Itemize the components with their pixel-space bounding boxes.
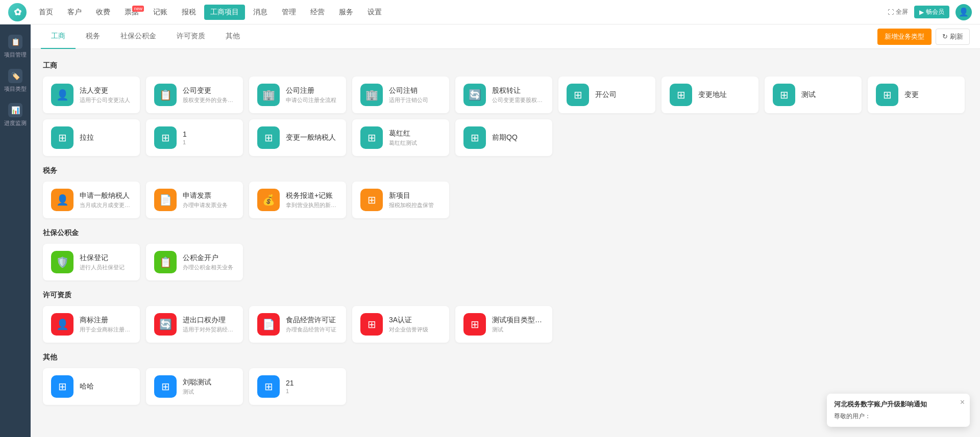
card-申请发票[interactable]: 📄 申请发票 办理申请发票业务	[146, 182, 243, 218]
nav-item-settings[interactable]: 设置	[361, 5, 388, 20]
nav-item-service[interactable]: 服务	[333, 5, 359, 20]
refresh-button[interactable]: ↻ 刷新	[936, 29, 970, 45]
card-3A认证[interactable]: ⊞ 3A认证 对企业信誉评级	[352, 306, 449, 343]
tabs-bar: 工商税务社保公积金许可资质其他 新增业务类型 ↻ 刷新	[31, 24, 980, 49]
sidebar-label: 项目管理	[4, 51, 27, 59]
nav-item-bookkeeping[interactable]: 记账	[147, 5, 174, 20]
card-desc: 1	[286, 388, 338, 394]
cards-grid-税务: 👤 申请一般纳税人 当月或次月成变更完成 📄 申请发票 办理申请发票业务 💰 税…	[43, 182, 968, 218]
nav-item-operation[interactable]: 经营	[304, 5, 331, 20]
card-info: 拉拉	[80, 133, 132, 142]
notification-popup: × 河北税务数字账户升级影响通知 尊敬的用户：	[827, 394, 970, 427]
card-股权转让[interactable]: 🔄 股权转让 公司变更需要股权转让	[455, 76, 552, 113]
fullscreen-button[interactable]: ⛶ 全屏	[888, 8, 908, 16]
tab-other[interactable]: 其他	[215, 24, 250, 49]
card-icon: 🔄	[463, 84, 486, 106]
nav-item-home[interactable]: 首页	[33, 5, 59, 20]
card-info: 变更一般纳税人	[286, 133, 338, 142]
nav-item-manage[interactable]: 管理	[276, 5, 302, 20]
card-icon: ⊞	[463, 126, 486, 149]
card-info: 哈哈	[80, 382, 132, 391]
cards-grid-工商: 👤 法人变更 适用于公司变更法人 📋 公司变更 股权变更外的业务变更 🏢 公司注…	[43, 76, 968, 156]
tab-xuke[interactable]: 许可资质	[166, 24, 215, 49]
section-title-其他: 其他	[43, 353, 968, 362]
card-测试项目类型自定义[interactable]: ⊞ 测试项目类型自定义 测试	[455, 306, 552, 343]
card-变更地址[interactable]: ⊞ 变更地址	[662, 76, 758, 113]
card-info: 前期QQ	[492, 133, 544, 142]
card-变更一般纳税人[interactable]: ⊞ 变更一般纳税人	[249, 119, 346, 156]
tabs-actions: 新增业务类型 ↻ 刷新	[877, 29, 970, 45]
card-公积金开户[interactable]: 📋 公积金开户 办理公积金相关业务	[146, 244, 243, 280]
card-desc: 适用于公司变更法人	[80, 96, 132, 104]
new-type-button[interactable]: 新增业务类型	[877, 29, 932, 45]
card-title: 食品经营许可证	[286, 316, 338, 325]
card-desc: 对企业信誉评级	[389, 326, 441, 333]
card-title: 公积金开户	[183, 253, 235, 263]
card-商标注册[interactable]: 👤 商标注册 用于企业商标注册服务	[43, 306, 140, 343]
nav-item-customer[interactable]: 客户	[61, 5, 88, 20]
sidebar-item-项目管理[interactable]: 📋 项目管理	[0, 30, 31, 64]
card-icon: ⊞	[154, 126, 177, 149]
nav-item-business[interactable]: 工商项目	[204, 5, 245, 20]
card-desc: 申请公司注册全流程	[286, 96, 338, 104]
card-葛红红[interactable]: ⊞ 葛红红 葛红红测试	[352, 119, 449, 156]
card-title: 拉拉	[80, 133, 132, 142]
card-变更[interactable]: ⊞ 变更	[868, 76, 965, 113]
card-开公司[interactable]: ⊞ 开公司	[558, 76, 655, 113]
card-测试[interactable]: ⊞ 测试	[765, 76, 862, 113]
card-icon: 🔄	[154, 313, 177, 336]
nav-item-tax[interactable]: 报税	[176, 5, 202, 20]
card-title: 股权转让	[492, 86, 544, 95]
sidebar-item-进度监测[interactable]: 📊 进度监测	[0, 98, 31, 132]
nav-item-ticket[interactable]: 票据new	[118, 5, 145, 20]
card-title: 开公司	[595, 90, 647, 99]
card-公司注销[interactable]: 🏢 公司注销 适用于注销公司	[352, 76, 449, 113]
card-刘聪测试[interactable]: ⊞ 刘聪测试 测试	[146, 368, 243, 405]
card-title: 前期QQ	[492, 133, 544, 142]
card-申请一般纳税人[interactable]: 👤 申请一般纳税人 当月或次月成变更完成	[43, 182, 140, 218]
card-社保登记[interactable]: 🛡️ 社保登记 进行人员社保登记	[43, 244, 140, 280]
card-title: 进出口权办理	[183, 316, 235, 325]
card-公司注册[interactable]: 🏢 公司注册 申请公司注册全流程	[249, 76, 346, 113]
tab-gongshang[interactable]: 工商	[41, 24, 76, 49]
notification-content: 尊敬的用户：	[834, 412, 963, 421]
card-食品经营许可证[interactable]: 📄 食品经营许可证 办理食品经营许可证	[249, 306, 346, 343]
card-info: 商标注册 用于企业商标注册服务	[80, 316, 132, 333]
card-title: 变更一般纳税人	[286, 133, 338, 142]
card-前期QQ[interactable]: ⊞ 前期QQ	[455, 119, 552, 156]
card-公司变更[interactable]: 📋 公司变更 股权变更外的业务变更	[146, 76, 243, 113]
notification-close-button[interactable]: ×	[960, 398, 965, 407]
section-title-社保公积金: 社保公积金	[43, 228, 968, 238]
sidebar-icon: 📊	[8, 103, 22, 117]
card-新项目[interactable]: ⊞ 新项目 报税加税控盘保管	[352, 182, 449, 218]
card-info: 变更地址	[698, 90, 750, 99]
card-icon: ⊞	[463, 313, 486, 336]
nav-item-message[interactable]: 消息	[247, 5, 274, 20]
card-info: 公积金开户 办理公积金相关业务	[183, 253, 235, 271]
card-拉拉[interactable]: ⊞ 拉拉	[43, 119, 140, 156]
tab-shebao[interactable]: 社保公积金	[110, 24, 166, 49]
notification-title: 河北税务数字账户升级影响通知	[834, 400, 963, 409]
cards-grid-许可资质: 👤 商标注册 用于企业商标注册服务 🔄 进出口权办理 适用于对外贸易经营者 📄 …	[43, 306, 968, 343]
card-法人变更[interactable]: 👤 法人变更 适用于公司变更法人	[43, 76, 140, 113]
card-title: 3A认证	[389, 316, 441, 325]
card-info: 股权转让 公司变更需要股权转让	[492, 86, 544, 104]
card-1[interactable]: ⊞ 1 1	[146, 119, 243, 156]
card-进出口权办理[interactable]: 🔄 进出口权办理 适用于对外贸易经营者	[146, 306, 243, 343]
content-area: 工商 👤 法人变更 适用于公司变更法人 📋 公司变更 股权变更外的业务变更 🏢 …	[31, 49, 980, 423]
avatar[interactable]: 👤	[955, 4, 972, 20]
sidebar-item-项目类型[interactable]: 🏷️ 项目类型	[0, 64, 31, 98]
card-info: 公司注册 申请公司注册全流程	[286, 86, 338, 104]
sidebar-label: 项目类型	[4, 85, 27, 93]
card-info: 公司变更 股权变更外的业务变更	[183, 86, 235, 104]
refresh-icon: ↻	[942, 33, 948, 40]
card-21[interactable]: ⊞ 21 1	[249, 368, 346, 405]
card-税务报道+记账[interactable]: 💰 税务报道+记账 拿到营业执照的新公司	[249, 182, 346, 218]
card-哈哈[interactable]: ⊞ 哈哈	[43, 368, 140, 405]
tab-shuiwu[interactable]: 税务	[76, 24, 110, 49]
card-title: 变更	[904, 90, 957, 99]
card-icon: ⊞	[154, 375, 177, 398]
card-icon: 📄	[154, 189, 177, 211]
member-button[interactable]: ▶ 畅会员	[914, 6, 949, 18]
nav-item-charge[interactable]: 收费	[90, 5, 116, 20]
